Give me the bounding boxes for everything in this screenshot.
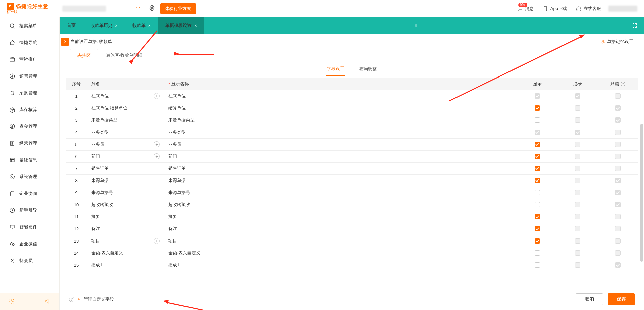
sidebar-item-quick[interactable]: 快捷导航	[0, 34, 59, 51]
sub-tab[interactable]: 布局调整	[359, 65, 377, 75]
expand-context-icon[interactable]	[61, 38, 69, 46]
sidebar-item-label: 智能硬件	[19, 224, 37, 230]
checkbox[interactable]	[535, 142, 540, 147]
app-download-link[interactable]: App下载	[542, 6, 567, 12]
close-icon[interactable]: ×	[115, 23, 118, 28]
cell-display-name[interactable]: 部门	[164, 150, 517, 162]
area-tab[interactable]: 表体区-收款单明细	[98, 49, 150, 62]
sidebar-item-basic[interactable]: 基础信息	[0, 152, 59, 168]
cell-display-name[interactable]: 来源单据号	[164, 187, 517, 199]
sub-tab[interactable]: 字段设置	[326, 64, 345, 76]
cell-readonly	[598, 126, 638, 138]
sound-icon[interactable]	[45, 298, 51, 305]
tab-首页[interactable]: 首页	[60, 17, 83, 34]
cell-display-name[interactable]: 备注	[164, 223, 517, 235]
cell-readonly	[598, 90, 638, 102]
fullscreen-icon[interactable]	[628, 23, 641, 28]
close-icon[interactable]: ×	[194, 23, 197, 28]
org-selector[interactable]: ﹀	[60, 3, 144, 14]
checkbox[interactable]	[535, 154, 540, 159]
scrollbar-thumb[interactable]	[640, 124, 643, 262]
cell-display-name[interactable]: 摘要	[164, 211, 517, 223]
checkbox[interactable]	[535, 214, 540, 219]
cell-display-name[interactable]: 来源单据类型	[164, 114, 517, 126]
checkbox	[575, 214, 580, 219]
help-icon[interactable]: ?	[621, 82, 625, 86]
checkbox[interactable]	[535, 178, 540, 183]
sidebar-item-marketing[interactable]: 营销推广	[0, 51, 59, 68]
checkbox[interactable]	[535, 202, 540, 207]
checkbox[interactable]	[535, 250, 540, 256]
settings-icon[interactable]	[9, 298, 15, 305]
sidebar-item-search[interactable]: 搜索菜单	[0, 17, 59, 34]
cell-show	[517, 150, 557, 162]
customer-service-link[interactable]: 在线客服	[576, 6, 601, 12]
add-icon[interactable]: +	[154, 93, 160, 99]
sidebar-item-system[interactable]: 系统管理	[0, 168, 59, 185]
cell-display-name[interactable]: 项目	[164, 235, 517, 247]
cell-index: 3	[66, 114, 87, 126]
cell-display-name[interactable]: 提成1	[164, 259, 517, 271]
cell-display-name[interactable]: 业务类型	[164, 126, 517, 138]
sidebar-item-label: 搜索菜单	[19, 23, 37, 29]
cell-required	[557, 162, 598, 174]
biz-icon	[9, 140, 15, 146]
cell-display-name[interactable]: 业务员	[164, 138, 517, 150]
memory-settings-link[interactable]: 单据记忆设置	[601, 39, 633, 45]
checkbox[interactable]	[535, 226, 540, 231]
area-tab[interactable]: 表头区	[70, 49, 98, 62]
manage-custom-fields-link[interactable]: ? 管理自定义字段	[69, 296, 114, 302]
cell-display-name[interactable]: 来源单据	[164, 174, 517, 187]
hy-icon	[9, 258, 15, 264]
checkbox[interactable]	[535, 238, 540, 244]
sidebar-item-biz[interactable]: 经营管理	[0, 135, 59, 152]
checkbox[interactable]	[535, 117, 540, 123]
user-name-blurred[interactable]	[608, 6, 637, 12]
sidebar: 搜索菜单快捷导航营销推广销售管理采购管理库存核算资金管理经营管理基础信息系统管理…	[0, 17, 60, 310]
gear-icon[interactable]	[149, 5, 155, 12]
cell-col: 备注	[87, 223, 164, 235]
add-icon[interactable]: +	[154, 238, 160, 244]
add-icon[interactable]: +	[154, 141, 160, 147]
sidebar-item-collab[interactable]: 企业协同	[0, 185, 59, 202]
close-all-icon[interactable]	[409, 23, 423, 28]
cancel-button[interactable]: 取消	[576, 293, 603, 305]
sidebar-item-purchase[interactable]: 采购管理	[0, 85, 59, 101]
close-icon[interactable]: ×	[148, 23, 151, 28]
cell-display-name[interactable]: 结算单位	[164, 102, 517, 114]
cell-col: 项目+	[87, 235, 164, 247]
try-plan-button[interactable]: 体验行业方案	[160, 3, 196, 14]
cell-display-name[interactable]: 金额-表头自定义	[164, 247, 517, 259]
help-icon[interactable]: ?	[69, 297, 74, 302]
add-icon[interactable]: +	[154, 153, 160, 159]
svg-point-19	[10, 174, 15, 179]
sidebar-item-sales[interactable]: 销售管理	[0, 68, 59, 85]
sidebar-item-hardware[interactable]: 智能硬件	[0, 219, 59, 236]
save-button[interactable]: 保存	[608, 293, 635, 305]
th-index: 序号	[66, 78, 87, 90]
cell-display-name[interactable]: 往来单位	[164, 90, 517, 102]
checkbox[interactable]	[535, 105, 540, 111]
messages-link[interactable]: 99+ 消息	[517, 6, 534, 12]
checkbox[interactable]	[535, 262, 540, 268]
sidebar-item-guide[interactable]: 新手引导	[0, 202, 59, 219]
checkbox	[575, 142, 580, 147]
cell-show	[517, 211, 557, 223]
cell-show	[517, 114, 557, 126]
checkbox[interactable]	[535, 166, 540, 171]
cell-display-name[interactable]: 超收转预收	[164, 199, 517, 211]
cell-col: 来源单据	[87, 174, 164, 187]
sidebar-item-inventory[interactable]: 库存核算	[0, 101, 59, 118]
cell-required	[557, 247, 598, 259]
sidebar-item-wechat[interactable]: 企业微信	[0, 236, 59, 252]
cell-display-name[interactable]: 销售订单	[164, 162, 517, 174]
sidebar-item-hy[interactable]: 畅会员	[0, 252, 59, 269]
tab-收款单历史[interactable]: 收款单历史×	[83, 17, 125, 34]
cell-col: 往来单位+	[87, 90, 164, 102]
tab-收款单[interactable]: 收款单×	[125, 17, 158, 34]
sidebar-item-finance[interactable]: 资金管理	[0, 118, 59, 135]
tab-单据模板设置[interactable]: 单据模板设置×	[158, 17, 204, 34]
hardware-icon	[9, 224, 15, 230]
checkbox[interactable]	[535, 190, 540, 195]
cell-required	[557, 235, 598, 247]
